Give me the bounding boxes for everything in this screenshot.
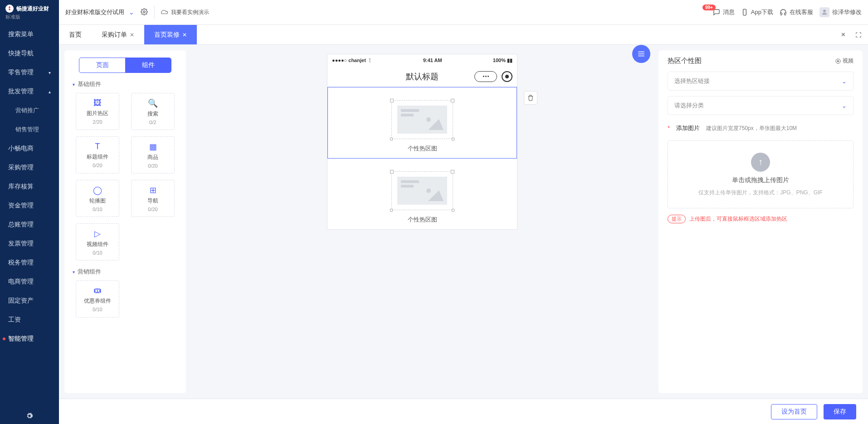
group-marketing-header[interactable]: ▾ 营销组件 xyxy=(73,268,178,276)
select-category[interactable]: 请选择分类 ⌄ xyxy=(668,96,853,115)
svg-rect-4 xyxy=(638,53,644,54)
sidebar: 畅捷通好业财 标准版 搜索菜单 快捷导航 零售管理▾ 批发管理▴ 营销推广 销售… xyxy=(0,0,59,424)
footer: 设为首页 保存 xyxy=(59,399,868,424)
tab-home-decorate[interactable]: 首页装修 ✕ xyxy=(144,25,197,44)
support-link[interactable]: 在线客服 xyxy=(780,8,813,16)
floating-menu-button[interactable] xyxy=(632,45,650,63)
video-help-link[interactable]: 视频 xyxy=(835,57,853,65)
nav-ecommerce[interactable]: 电商管理 xyxy=(0,272,59,291)
delete-slot-button[interactable] xyxy=(524,91,537,105)
comp-carousel[interactable]: ◯ 轮播图 0/10 xyxy=(76,180,119,217)
canvas-slot-1[interactable]: 个性热区图 xyxy=(327,87,517,159)
canvas: ●●●●○ chanjet ⋮ 9:41 AM 100% ▮▮ 默认标题 xyxy=(186,45,658,399)
carousel-icon: ◯ xyxy=(93,185,102,195)
svg-rect-5 xyxy=(638,56,644,57)
nav-wholesale[interactable]: 批发管理▴ xyxy=(0,82,59,101)
nav-retail[interactable]: 零售管理▾ xyxy=(0,63,59,82)
app-download-link[interactable]: App下载 xyxy=(741,8,773,16)
nav-marketing[interactable]: 营销推广 xyxy=(0,101,59,120)
fullscreen-button[interactable] xyxy=(852,28,865,42)
nav-asset[interactable]: 固定资产 xyxy=(0,291,59,310)
video-icon: ▷ xyxy=(94,229,101,239)
comp-product[interactable]: ▦ 商品 0/20 xyxy=(131,136,175,173)
brand-edition: 标准版 xyxy=(0,14,59,25)
canvas-slot-2[interactable]: 个性热区图 xyxy=(327,159,517,229)
target-icon[interactable] xyxy=(502,71,512,82)
phone-battery: 100% ▮▮ xyxy=(493,58,512,63)
logo-mark-icon xyxy=(5,5,14,13)
topbar: 好业财标准版交付试用 ⌄ 我要看实例演示 99+ 消息 App下载 在线客服 xyxy=(59,0,868,25)
cloud-icon xyxy=(161,9,168,16)
required-mark: * xyxy=(668,125,670,131)
product-name: 好业财标准版交付试用 xyxy=(65,8,124,16)
comp-image-hotspot[interactable]: 🖼 图片热区 2/20 xyxy=(76,93,119,130)
messages-link[interactable]: 99+ 消息 xyxy=(713,8,735,16)
tab-home[interactable]: 首页 xyxy=(59,25,92,44)
brand-logo: 畅捷通好业财 xyxy=(0,0,59,14)
side-nav: 搜索菜单 快捷导航 零售管理▾ 批发管理▴ 营销推广 销售管理 小畅电商 采购管… xyxy=(0,25,59,408)
triangle-down-icon: ▾ xyxy=(73,270,75,275)
comp-nav[interactable]: ⊞ 导航 0/20 xyxy=(131,180,175,217)
comp-title[interactable]: T 标题组件 0/20 xyxy=(76,136,119,173)
nav-intelligent[interactable]: 智能管理 xyxy=(0,329,59,348)
tabs-list: 首页 采购订单 ✕ 首页装修 ✕ xyxy=(59,25,197,44)
palette-segment: 页面 组件 xyxy=(79,58,171,73)
image-placeholder-icon xyxy=(391,171,453,210)
coupon-icon: 🎟 xyxy=(93,286,102,295)
nav-fund[interactable]: 资金管理 xyxy=(0,196,59,215)
trash-icon xyxy=(527,95,534,101)
play-circle-icon xyxy=(835,58,841,64)
close-icon[interactable]: ✕ xyxy=(182,32,187,38)
nav-ledger[interactable]: 总账管理 xyxy=(0,215,59,234)
svg-marker-7 xyxy=(838,60,839,62)
nav-invoice[interactable]: 发票管理 xyxy=(0,234,59,253)
seg-component[interactable]: 组件 xyxy=(125,58,171,72)
upload-dropzone[interactable]: ↑ 单击或拖拽上传图片 仅支持上传单张图片，支持格式：JPG、PNG、GIF xyxy=(668,140,853,208)
group-basic-header[interactable]: ▾ 基础组件 xyxy=(73,80,178,88)
comp-video[interactable]: ▷ 视频组件 0/10 xyxy=(76,223,119,260)
nav-salary[interactable]: 工资 xyxy=(0,310,59,329)
select-hotspot-link[interactable]: 选择热区链接 ⌄ xyxy=(668,72,853,91)
avatar-icon xyxy=(819,7,829,17)
phone-time: 9:41 AM xyxy=(423,58,442,63)
nav-quick[interactable]: 快捷导航 xyxy=(0,44,59,63)
tip-badge: 提示 xyxy=(668,215,686,223)
product-selector[interactable]: 好业财标准版交付试用 ⌄ xyxy=(65,8,134,16)
tip-row: 提示 上传图后，可直接鼠标框选区域添加热区 xyxy=(668,215,853,223)
add-image-row: * 添加图片 建议图片宽度750px，单张图最大10M xyxy=(668,124,853,132)
settings-button[interactable] xyxy=(141,8,148,17)
tab-close-all-button[interactable]: ✕ xyxy=(836,28,850,42)
tab-purchase-order[interactable]: 采购订单 ✕ xyxy=(92,25,144,44)
chevron-up-icon: ▴ xyxy=(49,89,51,94)
nav-purchase[interactable]: 采购管理 xyxy=(0,158,59,177)
sidebar-settings[interactable] xyxy=(0,408,59,424)
demo-link[interactable]: 我要看实例演示 xyxy=(161,9,209,16)
expand-icon xyxy=(855,32,862,38)
nav-search-menu[interactable]: 搜索菜单 xyxy=(0,25,59,44)
save-button[interactable]: 保存 xyxy=(824,404,856,419)
nav-tax[interactable]: 税务管理 xyxy=(0,253,59,272)
chevron-down-icon: ⌄ xyxy=(129,9,134,16)
comp-coupon[interactable]: 🎟 优惠券组件 0/10 xyxy=(76,280,119,318)
comp-search[interactable]: 🔍 搜索 0/2 xyxy=(131,93,175,130)
add-image-label: 添加图片 xyxy=(676,124,700,132)
props-title: 热区个性图 xyxy=(668,57,702,65)
seg-page[interactable]: 页面 xyxy=(79,58,125,72)
chevron-down-icon: ▾ xyxy=(49,70,51,75)
product-icon: ▦ xyxy=(149,142,157,152)
nav-inventory[interactable]: 库存核算 xyxy=(0,177,59,196)
set-home-button[interactable]: 设为首页 xyxy=(771,404,817,419)
svg-rect-1 xyxy=(743,9,746,15)
more-icon[interactable] xyxy=(474,71,497,82)
image-icon: 🖼 xyxy=(93,98,102,108)
close-icon[interactable]: ✕ xyxy=(130,32,134,38)
chevron-down-icon: ⌄ xyxy=(842,78,847,85)
slot-label: 个性热区图 xyxy=(408,216,437,224)
headset-icon xyxy=(780,9,787,16)
user-menu[interactable]: 徐泽华修改 xyxy=(819,7,862,17)
group-basic-grid: 🖼 图片热区 2/20 🔍 搜索 0/2 T 标题组件 0/20 ▦ 商品 xyxy=(73,93,178,260)
menu-icon xyxy=(637,50,645,58)
nav-eshop[interactable]: 小畅电商 xyxy=(0,139,59,158)
tabs-row: 首页 采购订单 ✕ 首页装修 ✕ ✕ xyxy=(59,25,868,45)
nav-sales[interactable]: 销售管理 xyxy=(0,120,59,139)
